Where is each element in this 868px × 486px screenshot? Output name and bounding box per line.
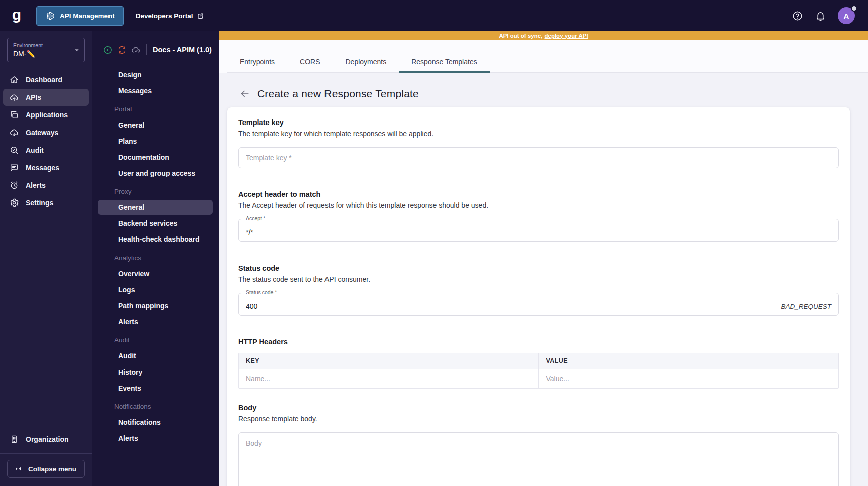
tab-cors[interactable]: CORS	[287, 51, 333, 72]
menu-section-proxy: Proxy	[98, 184, 213, 199]
gear-icon	[9, 198, 19, 208]
menu-section-notifications: Notifications	[98, 399, 213, 414]
sidebar-item-apis[interactable]: APIs	[3, 89, 89, 106]
status-code-hint: BAD_REQUEST	[775, 303, 831, 310]
api-sidebar: Docs - APIM (1.0) DesignMessagesPortalGe…	[92, 31, 219, 486]
menu-item-general[interactable]: General	[98, 117, 213, 133]
app-screen: g API Management Developers Portal A Env…	[0, 0, 868, 486]
header-value-input[interactable]	[539, 369, 839, 388]
http-headers-table-row	[239, 369, 838, 388]
deploy-status-icon[interactable]	[131, 45, 141, 55]
cloud-up-icon	[9, 92, 19, 102]
sidebar-item-label: Alerts	[26, 181, 46, 189]
status-code-field: Status code * BAD_REQUEST	[238, 293, 839, 316]
menu-item-alerts[interactable]: Alerts	[98, 314, 213, 329]
column-header-value: VALUE	[538, 353, 839, 369]
collapse-menu-label: Collapse menu	[28, 465, 76, 473]
api-sidebar-header: Docs - APIM (1.0)	[92, 41, 219, 58]
http-headers-table: KEY VALUE	[238, 353, 839, 389]
status-code-section: Status code The status code sent to the …	[238, 264, 839, 316]
api-management-label: API Management	[60, 12, 115, 20]
sidebar-item-alerts[interactable]: Alerts	[3, 177, 89, 194]
menu-item-backend-services[interactable]: Backend services	[98, 216, 213, 231]
sidebar-item-organization[interactable]: Organization	[3, 431, 89, 448]
chat-icon	[9, 163, 19, 173]
building-icon	[9, 434, 19, 444]
environment-selector[interactable]: Environment DM-✏️	[7, 38, 85, 62]
menu-item-events[interactable]: Events	[98, 381, 213, 396]
sidebar-item-audit[interactable]: Audit	[3, 142, 89, 159]
alarm-icon	[9, 180, 19, 190]
deploy-api-link[interactable]: deploy your API	[544, 33, 588, 39]
menu-item-plans[interactable]: Plans	[98, 134, 213, 149]
home-icon	[9, 75, 19, 85]
menu-item-documentation[interactable]: Documentation	[98, 150, 213, 165]
menu-item-path-mappings[interactable]: Path mappings	[98, 298, 213, 313]
notifications-bell-icon[interactable]	[815, 10, 826, 22]
tab-response-templates[interactable]: Response Templates	[399, 51, 489, 72]
header-key-cell	[239, 369, 538, 388]
header-key-input[interactable]	[239, 369, 538, 388]
sidebar-item-messages[interactable]: Messages	[3, 159, 89, 176]
sidebar-item-label: Settings	[26, 199, 53, 207]
environment-value: DM-✏️	[13, 50, 71, 58]
sidebar-item-applications[interactable]: Applications	[3, 106, 89, 124]
sidebar-nav: DashboardAPIsApplicationsGatewaysAuditMe…	[0, 67, 92, 211]
user-avatar[interactable]: A	[838, 7, 855, 24]
menu-item-alerts[interactable]: Alerts	[98, 431, 213, 446]
cloud-down-icon	[9, 128, 19, 138]
template-key-description: The template key for which template resp…	[238, 130, 839, 138]
status-code-input[interactable]	[246, 302, 775, 310]
menu-item-logs[interactable]: Logs	[98, 282, 213, 297]
sidebar-item-settings[interactable]: Settings	[3, 194, 89, 211]
template-key-input[interactable]	[238, 147, 839, 168]
sidebar-item-label: Applications	[26, 111, 68, 119]
tab-entrypoints[interactable]: Entrypoints	[227, 51, 287, 72]
http-headers-title: HTTP Headers	[238, 338, 839, 346]
collapse-menu-button[interactable]: Collapse menu	[7, 460, 85, 478]
tab-deployments[interactable]: Deployments	[333, 51, 399, 72]
api-management-button[interactable]: API Management	[36, 6, 124, 26]
sidebar-item-dashboard[interactable]: Dashboard	[3, 71, 89, 88]
header-divider	[146, 44, 147, 55]
template-key-section: Template key The template key for which …	[238, 118, 839, 168]
http-headers-table-head: KEY VALUE	[239, 353, 838, 369]
environment-label: Environment	[13, 42, 71, 48]
column-header-key: KEY	[239, 353, 538, 369]
sidebar-item-gateways[interactable]: Gateways	[3, 124, 89, 141]
menu-item-health-check-dashboard[interactable]: Health-check dashboard	[98, 232, 213, 247]
menu-item-messages[interactable]: Messages	[98, 83, 213, 98]
header-value-cell	[538, 369, 839, 388]
start-api-icon[interactable]	[103, 45, 113, 55]
help-icon[interactable]	[792, 10, 803, 22]
top-bar: g API Management Developers Portal A	[0, 0, 868, 31]
status-code-description: The status code sent to the API consumer…	[238, 275, 839, 283]
sidebar-item-label: APIs	[26, 93, 41, 101]
search-check-icon	[9, 145, 19, 155]
api-title: Docs - APIM (1.0)	[153, 46, 212, 54]
menu-item-overview[interactable]: Overview	[98, 266, 213, 281]
out-of-sync-icon[interactable]	[117, 45, 127, 55]
menu-item-design[interactable]: Design	[98, 67, 213, 82]
menu-item-user-and-group-access[interactable]: User and group access	[98, 166, 213, 181]
developers-portal-link[interactable]: Developers Portal	[136, 12, 204, 20]
chevron-down-icon	[72, 46, 81, 55]
body-textarea[interactable]	[238, 432, 839, 486]
copy-icon	[9, 110, 19, 120]
menu-item-history[interactable]: History	[98, 365, 213, 380]
status-code-title: Status code	[238, 264, 839, 272]
sidebar-spacer	[0, 211, 92, 426]
menu-item-notifications[interactable]: Notifications	[98, 415, 213, 430]
collapse-section: Collapse menu	[0, 453, 92, 486]
api-menu-groups: DesignMessagesPortalGeneralPlansDocument…	[92, 58, 219, 455]
menu-section-portal: Portal	[98, 102, 213, 116]
gravitee-logo-icon: g	[9, 7, 24, 22]
banner-text: API out of sync,	[499, 33, 544, 39]
menu-item-audit[interactable]: Audit	[98, 348, 213, 363]
external-link-icon	[197, 12, 204, 20]
back-arrow-icon[interactable]	[239, 88, 250, 99]
accept-input[interactable]	[246, 228, 831, 236]
body-title: Body	[238, 404, 839, 412]
menu-item-general[interactable]: General	[98, 200, 213, 215]
status-code-field-label: Status code *	[244, 289, 279, 295]
